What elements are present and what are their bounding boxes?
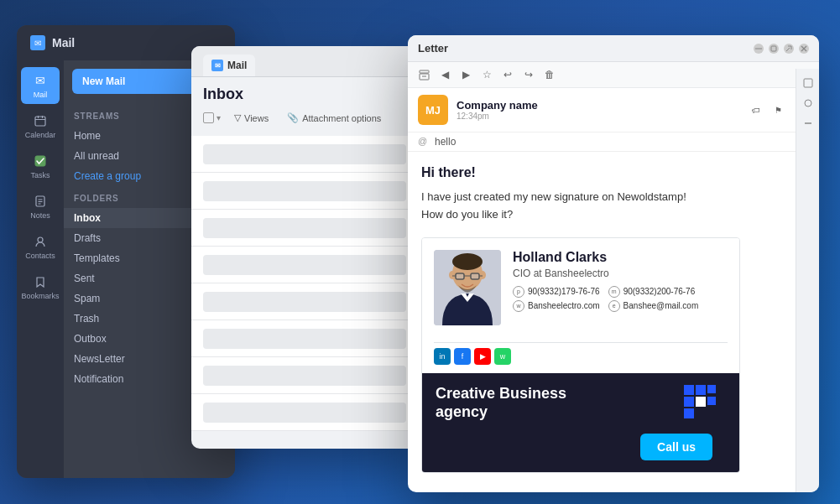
letter-right-panel [796, 69, 819, 492]
forward-icon[interactable]: ↪ [519, 65, 538, 84]
letter-greeting: Hi there! [421, 165, 806, 180]
svg-rect-31 [707, 397, 716, 405]
sender-avatar: MJ [418, 95, 448, 125]
inbox-header: Inbox ▾ ▽ Views 📎 Attachment options [191, 77, 418, 132]
mail-item[interactable] [191, 394, 418, 431]
sidebar-item-notes[interactable]: Notes [21, 188, 60, 225]
svg-rect-22 [456, 273, 464, 279]
sig-banner-logo [684, 385, 726, 422]
svg-rect-29 [707, 385, 716, 393]
letter-window: Letter ◀ ▶ ☆ [408, 35, 819, 492]
svg-rect-34 [804, 79, 812, 87]
tasks-label: Tasks [30, 171, 50, 179]
mail-item[interactable] [191, 210, 418, 247]
sig-cta-row: Call us [422, 434, 739, 472]
right-panel-icon-2[interactable] [801, 96, 816, 111]
notes-label: Notes [30, 211, 50, 220]
select-all-checkbox[interactable]: ▾ [203, 112, 221, 123]
sig-details: Holland Clarks CIO at Bansheelectro p 90… [513, 250, 728, 325]
star-icon[interactable]: ☆ [477, 65, 496, 84]
svg-point-20 [449, 271, 456, 279]
inbox-title: Inbox [203, 86, 406, 103]
archive-icon[interactable] [415, 65, 433, 84]
inbox-window: ✉ Mail Inbox ▾ ▽ Views 📎 Attachment opti… [191, 46, 418, 449]
attachment-options-button[interactable]: 📎 Attachment options [282, 110, 386, 126]
sender-info: Company name 12:34pm [457, 99, 738, 121]
delete-icon[interactable]: 🗑 [540, 65, 559, 84]
letter-toolbar: ◀ ▶ ☆ ↩ ↪ 🗑 [408, 62, 819, 88]
mail-item[interactable] [191, 173, 418, 210]
letter-sender-row: MJ Company name 12:34pm 🏷 ⚑ ••• [408, 88, 819, 132]
sig-top: Holland Clarks CIO at Bansheelectro p 90… [422, 238, 739, 337]
reply-icon[interactable]: ↩ [498, 65, 517, 84]
bookmarks-icon [32, 273, 49, 290]
svg-rect-11 [771, 46, 776, 51]
whatsapp-icon[interactable]: w [494, 348, 511, 365]
sidebar-item-bookmarks[interactable]: Bookmarks [21, 268, 60, 305]
svg-rect-23 [471, 273, 479, 279]
sig-person-name: Holland Clarks [513, 250, 728, 265]
restore-button[interactable] [769, 44, 779, 54]
next-icon[interactable]: ▶ [457, 65, 475, 84]
inbox-title-bar: ✉ Mail [191, 46, 418, 77]
sidebar-item-calendar[interactable]: Calendar [21, 107, 60, 144]
sig-social: in f ▶ w [422, 348, 739, 373]
svg-rect-10 [755, 48, 762, 49]
sig-photo [434, 250, 501, 325]
svg-rect-27 [684, 385, 694, 395]
sidebar-item-contacts[interactable]: Contacts [21, 228, 60, 265]
contacts-label: Contacts [25, 252, 55, 260]
svg-point-21 [479, 271, 486, 279]
bookmarks-label: Bookmarks [22, 292, 60, 300]
sender-time: 12:34pm [457, 112, 738, 121]
sidebar-item-tasks[interactable]: Tasks [21, 148, 60, 184]
checkbox-icon [203, 112, 214, 123]
web-icon: w [513, 300, 524, 312]
letter-title-bar: Letter [408, 35, 819, 62]
calendar-label: Calendar [25, 131, 56, 139]
svg-rect-14 [420, 70, 429, 73]
facebook-icon[interactable]: f [454, 348, 471, 365]
letter-text: I have just created my new signature on … [421, 189, 806, 224]
svg-rect-33 [684, 408, 694, 418]
window-controls [754, 44, 809, 54]
mail-item[interactable] [191, 283, 418, 320]
maximize-button[interactable] [784, 44, 794, 54]
back-app-icon: ✉ [30, 35, 45, 50]
sig-phone-m: 90(9332)200-76-76 [623, 287, 696, 296]
mail-item[interactable] [191, 136, 418, 173]
right-panel-icon-1[interactable] [801, 75, 816, 91]
signature-card: Holland Clarks CIO at Bansheelectro p 90… [421, 237, 740, 473]
inbox-tab-icon: ✉ [211, 60, 223, 71]
mail-item[interactable] [191, 247, 418, 283]
spam-icon[interactable]: ⚑ [769, 101, 787, 119]
mail-item[interactable] [191, 320, 418, 357]
sidebar-item-mail[interactable]: ✉ Mail [21, 67, 60, 104]
sig-banner: Creative Business agency [422, 373, 739, 434]
sig-banner-text: Creative Business agency [436, 385, 566, 421]
close-button[interactable] [799, 44, 809, 54]
youtube-icon[interactable]: ▶ [474, 348, 491, 365]
notes-icon [32, 193, 49, 210]
inbox-tab[interactable]: ✉ Mail [203, 55, 255, 76]
back-app-title: Mail [52, 36, 75, 49]
prev-icon[interactable]: ◀ [436, 65, 454, 84]
svg-rect-0 [35, 117, 45, 126]
tag-icon[interactable]: 🏷 [747, 101, 765, 119]
sig-person-title: CIO at Bansheelectro [513, 268, 728, 279]
mail-item[interactable] [191, 357, 418, 394]
icon-bar: ✉ Mail Calendar [17, 60, 64, 478]
phone-m-icon: m [608, 286, 620, 298]
mail-icon: ✉ [32, 72, 49, 89]
sig-phone-p-row: p 90(9332)179-76-76 m 90(9332)200-76-76 [513, 286, 728, 298]
inbox-toolbar: ▾ ▽ Views 📎 Attachment options [203, 110, 406, 126]
sig-email: Banshee@mail.com [623, 301, 699, 310]
right-panel-icon-3[interactable] [801, 116, 816, 131]
minimize-button[interactable] [754, 44, 764, 54]
email-icon: e [608, 300, 620, 312]
cta-call-us-button[interactable]: Call us [640, 434, 712, 460]
sig-phone-p: 90(9332)179-76-76 [528, 287, 600, 296]
views-button[interactable]: ▽ Views [229, 110, 274, 126]
checkbox-arrow: ▾ [217, 113, 221, 122]
linkedin-icon[interactable]: in [434, 348, 451, 365]
